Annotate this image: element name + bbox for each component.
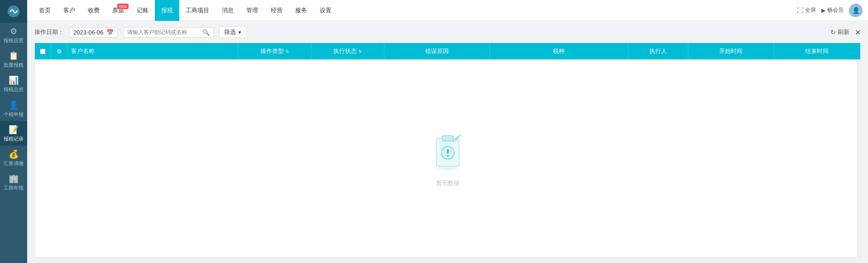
date-picker[interactable]: 2023-06-06 📅	[69, 27, 118, 38]
sidebar-item-huisuanqingsuan-label: 汇算清缴	[4, 161, 24, 166]
svg-rect-6	[447, 149, 449, 154]
nav-kehu[interactable]: 客户	[57, 0, 82, 21]
nav-shouye[interactable]: 首页	[33, 0, 57, 21]
nav-guanli[interactable]: 管理	[240, 0, 264, 21]
date-value: 2023-06-06	[73, 29, 104, 36]
play-icon: ▶	[821, 7, 825, 14]
refresh-button[interactable]: ↻ 刷新	[830, 28, 849, 36]
sidebar-item-baoshuizonglan[interactable]: 📊 报税总览	[0, 72, 27, 96]
content-area: 操作日期： 2023-06-06 📅 🔍 筛选 ▼ ↻ 刷新 ✕	[27, 21, 868, 263]
optype-sort-icon: ⇅	[285, 49, 289, 54]
select-all-checkbox[interactable]	[40, 49, 46, 54]
empty-state: 暂无数据	[425, 129, 470, 187]
member-button[interactable]: ▶ 畅会员	[821, 6, 844, 14]
th-starttime: 开始时间	[688, 43, 774, 59]
search-box: 🔍	[123, 27, 214, 38]
person-icon: 👤	[9, 100, 19, 110]
table-scrollbar[interactable]	[857, 59, 860, 257]
sidebar-item-gongshangnianbaon[interactable]: 🏢 工商年报	[0, 170, 27, 195]
nav-jingying[interactable]: 经营	[264, 0, 289, 21]
svg-point-12	[438, 166, 458, 170]
batch-icon: 📋	[9, 51, 19, 61]
toolbar: 操作日期： 2023-06-06 📅 🔍 筛选 ▼ ↻ 刷新 ✕	[34, 26, 861, 38]
fullscreen-icon: ⛶	[797, 7, 803, 14]
app-logo[interactable]	[0, 0, 27, 23]
building-icon: 🏢	[9, 174, 19, 184]
svg-point-7	[447, 155, 449, 157]
status-sort-icon: ⇅	[358, 49, 362, 54]
table-header: ⚙ 客户名称 操作类型 ⇅ 执行状态 ⇅ 错误原因 税种	[35, 43, 860, 59]
th-checkbox	[35, 43, 51, 59]
refresh-icon: ↻	[830, 29, 836, 36]
column-settings-icon[interactable]: ⚙	[57, 48, 62, 55]
empty-text: 暂无数据	[436, 179, 460, 187]
user-avatar[interactable]: 👤	[849, 4, 863, 17]
search-input[interactable]	[127, 29, 201, 35]
th-taxtype: 税种	[490, 43, 628, 59]
sidebar-item-geshuishenbao[interactable]: 👤 个税申报	[0, 97, 27, 121]
settings-icon: ⚙	[10, 26, 17, 36]
nav-piao[interactable]: 票据 new	[106, 0, 130, 21]
svg-point-2	[16, 10, 18, 12]
sidebar-item-baoshuishezhi[interactable]: ⚙ 报税设置	[0, 23, 27, 47]
nav-fuwu[interactable]: 服务	[289, 0, 313, 21]
svg-point-1	[10, 10, 11, 12]
nav-jizhang[interactable]: 记账	[130, 0, 155, 21]
nav-gongshang[interactable]: 工商项目	[179, 0, 216, 21]
nav-items: 首页 客户 收费 票据 new 记账 报税 工商项目 消息 管理 经营 服务 设…	[33, 0, 797, 21]
sidebar: ⚙ 报税设置 📋 批量报税 📊 报税总览 👤 个税申报 📝 报税记录 💰 汇算清…	[0, 0, 27, 263]
topnav: 首页 客户 收费 票据 new 记账 报税 工商项目 消息 管理 经营 服务 设…	[27, 0, 868, 21]
empty-illustration	[425, 129, 470, 175]
sidebar-item-piliangshuibao[interactable]: 📋 批量报税	[0, 47, 27, 72]
sidebar-item-gongshangnianbaon-label: 工商年报	[4, 185, 24, 191]
search-icon: 🔍	[202, 29, 210, 36]
nav-shezhi[interactable]: 设置	[313, 0, 338, 21]
calendar-icon: 📅	[106, 29, 114, 36]
th-settings: ⚙	[51, 43, 67, 59]
overview-icon: 📊	[9, 75, 19, 85]
sidebar-item-baoshuijilu-label: 报税记录	[4, 136, 24, 142]
sidebar-item-piliangshuibao-label: 批量报税	[4, 62, 24, 68]
record-icon: 📝	[9, 125, 19, 135]
svg-rect-4	[442, 136, 453, 141]
close-button[interactable]: ✕	[855, 28, 861, 37]
chevron-down-icon: ▼	[238, 30, 242, 35]
user-initial: 👤	[852, 7, 860, 14]
filter-label: 筛选	[224, 28, 236, 36]
table-body: 暂无数据	[35, 59, 860, 257]
th-endtime: 结束时间	[774, 43, 860, 59]
topnav-right: ⛶ 全屏 ▶ 畅会员 👤	[797, 4, 863, 17]
data-table: ⚙ 客户名称 操作类型 ⇅ 执行状态 ⇅ 错误原因 税种	[34, 43, 861, 258]
calc-icon: 💰	[9, 149, 19, 159]
piao-badge: new	[117, 4, 129, 10]
th-optype[interactable]: 操作类型 ⇅	[238, 43, 311, 59]
nav-baoshui[interactable]: 报税	[155, 0, 179, 21]
th-status[interactable]: 执行状态 ⇅	[312, 43, 384, 59]
sidebar-item-baoshuijilu[interactable]: 📝 报税记录	[0, 121, 27, 146]
date-label: 操作日期：	[34, 28, 64, 36]
th-errorreason: 错误原因	[384, 43, 490, 59]
fullscreen-button[interactable]: ⛶ 全屏	[797, 6, 816, 14]
th-client: 客户名称	[67, 43, 238, 59]
nav-shoufei[interactable]: 收费	[82, 0, 106, 21]
sidebar-item-baoshuishezhi-label: 报税设置	[4, 38, 24, 44]
main-area: 首页 客户 收费 票据 new 记账 报税 工商项目 消息 管理 经营 服务 设…	[27, 0, 868, 263]
filter-button[interactable]: 筛选 ▼	[219, 26, 247, 38]
sidebar-item-huisuanqingsuan[interactable]: 💰 汇算清缴	[0, 146, 27, 170]
sidebar-item-baoshuizonglan-label: 报税总览	[4, 87, 24, 93]
nav-xiaoxi[interactable]: 消息	[216, 0, 240, 21]
sidebar-item-geshuishenbao-label: 个税申报	[4, 112, 24, 117]
th-executor: 执行人	[628, 43, 688, 59]
